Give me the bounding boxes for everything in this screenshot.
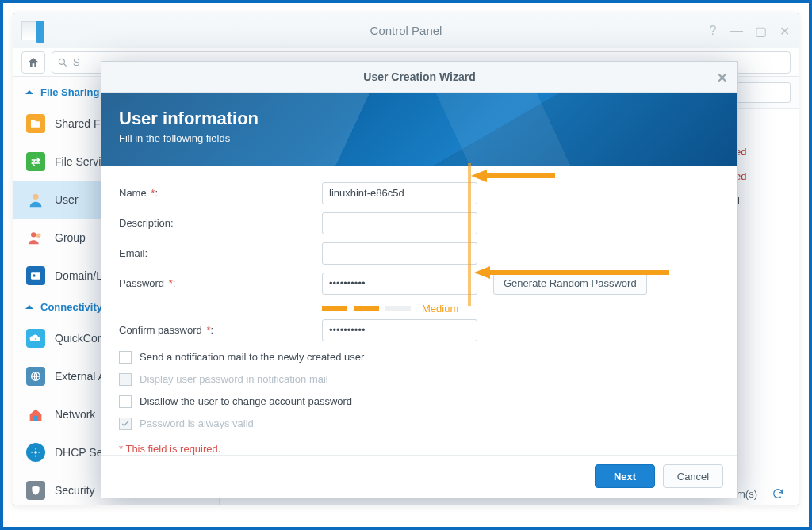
svg-rect-5 — [31, 272, 40, 279]
required-note: * This field is required. — [119, 443, 720, 455]
confirm-password-input[interactable] — [322, 319, 477, 341]
next-button[interactable]: Next — [595, 464, 655, 488]
dhcp-icon — [26, 443, 45, 462]
svg-point-4 — [36, 234, 40, 238]
svg-rect-8 — [33, 416, 38, 421]
users-icon — [26, 228, 45, 247]
password-label: Password — [119, 277, 164, 289]
globe-icon — [26, 367, 45, 386]
svg-point-6 — [33, 274, 35, 276]
home-icon — [27, 56, 40, 69]
cloud-icon — [26, 329, 45, 348]
maximize-icon[interactable]: ▢ — [751, 21, 770, 40]
svg-marker-10 — [471, 170, 555, 182]
strength-segment — [385, 306, 411, 311]
dialog-title: User Creation Wizard — [363, 71, 475, 83]
form-area: Name *: Description: Email: Password *: … — [102, 166, 737, 455]
generate-password-button[interactable]: Generate Random Password — [493, 273, 647, 295]
checkbox-icon — [119, 373, 132, 386]
checkbox-send-notification[interactable]: Send a notification mail to the newly cr… — [119, 351, 720, 364]
required-marker: * — [169, 277, 173, 289]
strength-segment — [354, 306, 379, 311]
email-input[interactable] — [322, 242, 477, 265]
hero-title: User information — [119, 109, 720, 129]
required-marker: * — [151, 187, 155, 199]
help-icon[interactable]: ? — [703, 21, 722, 40]
confirm-password-label: Confirm password — [119, 324, 202, 336]
swap-icon — [26, 152, 45, 171]
dialog-footer: Next Cancel — [102, 455, 737, 498]
user-icon — [26, 190, 45, 209]
checkbox-disallow-change-password[interactable]: Disallow the user to change account pass… — [119, 395, 720, 408]
annotation-highlight-bar — [468, 163, 471, 306]
close-window-icon[interactable]: ✕ — [775, 21, 794, 40]
email-label: Email: — [119, 247, 322, 259]
description-input[interactable] — [322, 212, 477, 234]
checkbox-display-password: Display user password in notification ma… — [119, 373, 720, 386]
hero-subtitle: Fill in the following fields — [119, 132, 720, 144]
card-icon — [26, 266, 45, 285]
name-input[interactable] — [322, 182, 477, 204]
strength-segment — [322, 306, 347, 311]
minimize-icon[interactable]: — — [727, 21, 746, 40]
window-title: Control Panel — [370, 24, 442, 37]
svg-point-0 — [59, 59, 64, 64]
titlebar: Control Panel ? — ▢ ✕ — [13, 13, 799, 48]
dialog-titlebar: User Creation Wizard ✕ — [102, 62, 737, 93]
strength-label: Medium — [422, 303, 458, 315]
search-icon — [57, 57, 68, 68]
shield-icon — [26, 481, 45, 500]
annotation-arrow — [471, 168, 558, 184]
control-panel-window: Control Panel ? — ▢ ✕ S File Sharing Sha… — [13, 13, 799, 505]
folder-icon — [26, 114, 45, 133]
checkbox-icon — [119, 351, 132, 364]
close-dialog-button[interactable]: ✕ — [714, 70, 730, 86]
house-net-icon — [26, 405, 45, 424]
password-input[interactable] — [322, 273, 477, 295]
search-placeholder: S — [73, 56, 80, 68]
checkbox-checked-icon — [119, 418, 132, 430]
checkbox-icon — [119, 395, 132, 408]
chevron-up-icon — [25, 88, 34, 97]
cancel-button[interactable]: Cancel — [663, 464, 723, 488]
chevron-up-icon — [25, 303, 34, 312]
svg-point-2 — [33, 194, 38, 200]
app-icon — [21, 21, 40, 40]
name-label: Name — [119, 187, 147, 199]
refresh-icon[interactable] — [772, 487, 784, 500]
required-marker: * — [206, 324, 210, 336]
svg-line-1 — [64, 63, 67, 66]
home-button[interactable] — [21, 51, 45, 74]
description-label: Description: — [119, 217, 322, 229]
dialog-hero: User information Fill in the following f… — [102, 93, 737, 166]
user-creation-wizard-dialog: User Creation Wizard ✕ User information … — [101, 61, 738, 498]
password-strength-meter: Medium — [322, 303, 720, 315]
svg-point-3 — [31, 232, 36, 237]
checkbox-password-always-valid: Password is always valid — [119, 418, 720, 430]
svg-point-9 — [34, 451, 37, 454]
